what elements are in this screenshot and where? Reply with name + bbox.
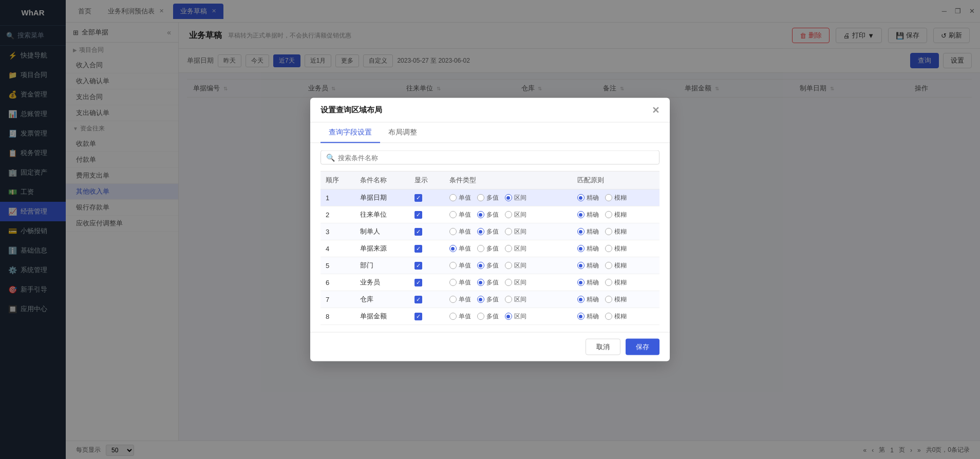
modal-table-scroll[interactable]: 顺序 条件名称 显示 条件类型 匹配原则 1单据日期 单值 多值 xyxy=(321,171,659,325)
th-condition-name: 条件名称 xyxy=(355,171,409,189)
row-index: 7 xyxy=(321,291,355,308)
radio-multi[interactable]: 多值 xyxy=(477,193,499,202)
radio-single[interactable]: 单值 xyxy=(449,193,471,202)
radio-precise-label: 精确 xyxy=(587,295,599,303)
row-checkbox[interactable] xyxy=(414,279,422,286)
radio-range[interactable]: 区间 xyxy=(505,210,526,219)
radio-single[interactable]: 单值 xyxy=(449,244,471,253)
modal-close-button[interactable]: ✕ xyxy=(652,105,659,114)
radio-fuzzy[interactable]: 模糊 xyxy=(605,210,627,219)
radio-precise-circle xyxy=(577,296,585,303)
match-radio-group: 精确 模糊 xyxy=(577,261,654,270)
radio-single[interactable]: 单值 xyxy=(449,261,471,270)
radio-multi-circle xyxy=(477,245,484,252)
radio-multi-label: 多值 xyxy=(486,278,499,286)
radio-range-circle xyxy=(505,279,512,286)
radio-multi-label: 多值 xyxy=(486,295,499,303)
radio-fuzzy-label: 模糊 xyxy=(614,210,627,219)
modal-header: 设置查询区域布局 ✕ xyxy=(310,98,670,123)
radio-precise[interactable]: 精确 xyxy=(577,261,599,270)
type-radio-group: 单值 多值 区间 xyxy=(449,295,567,303)
row-checkbox[interactable] xyxy=(414,211,422,219)
modal-table-row: 4单据来源 单值 多值 区间 精确 xyxy=(321,240,659,257)
radio-fuzzy[interactable]: 模糊 xyxy=(605,193,627,202)
radio-precise[interactable]: 精确 xyxy=(577,244,599,253)
radio-multi[interactable]: 多值 xyxy=(477,210,499,219)
radio-multi-circle xyxy=(477,262,484,269)
radio-precise[interactable]: 精确 xyxy=(577,227,599,236)
radio-single-label: 单值 xyxy=(459,193,471,202)
radio-fuzzy[interactable]: 模糊 xyxy=(605,295,627,303)
radio-range[interactable]: 区间 xyxy=(505,227,526,236)
radio-fuzzy-circle xyxy=(605,279,612,286)
radio-precise-circle xyxy=(577,211,585,218)
radio-range[interactable]: 区间 xyxy=(505,261,526,270)
radio-multi-label: 多值 xyxy=(486,210,499,219)
row-condition-name: 单据来源 xyxy=(355,240,409,257)
row-checkbox[interactable] xyxy=(414,228,422,236)
cancel-button[interactable]: 取消 xyxy=(586,339,620,355)
row-checkbox-cell xyxy=(409,240,444,257)
radio-multi[interactable]: 多值 xyxy=(477,312,499,320)
radio-range[interactable]: 区间 xyxy=(505,278,526,286)
radio-single[interactable]: 单值 xyxy=(449,295,471,303)
radio-fuzzy-circle xyxy=(605,313,612,320)
radio-fuzzy[interactable]: 模糊 xyxy=(605,227,627,236)
radio-multi[interactable]: 多值 xyxy=(477,227,499,236)
radio-range[interactable]: 区间 xyxy=(505,193,526,202)
row-checkbox[interactable] xyxy=(414,296,422,303)
radio-multi[interactable]: 多值 xyxy=(477,261,499,270)
row-checkbox[interactable] xyxy=(414,313,422,320)
row-index: 2 xyxy=(321,206,355,223)
radio-precise[interactable]: 精确 xyxy=(577,193,599,202)
modal-tab-layout[interactable]: 布局调整 xyxy=(380,123,425,143)
row-condition-name: 单据日期 xyxy=(355,189,409,206)
radio-fuzzy[interactable]: 模糊 xyxy=(605,261,627,270)
radio-single[interactable]: 单值 xyxy=(449,227,471,236)
radio-single[interactable]: 单值 xyxy=(449,312,471,320)
match-radio-group: 精确 模糊 xyxy=(577,312,654,320)
radio-precise-label: 精确 xyxy=(587,312,599,320)
radio-range-circle xyxy=(505,296,512,303)
radio-range[interactable]: 区间 xyxy=(505,295,526,303)
row-checkbox-cell xyxy=(409,223,444,240)
radio-fuzzy[interactable]: 模糊 xyxy=(605,244,627,253)
row-checkbox[interactable] xyxy=(414,245,422,253)
radio-range-circle xyxy=(505,228,512,235)
radio-multi[interactable]: 多值 xyxy=(477,278,499,286)
row-condition-name: 往来单位 xyxy=(355,206,409,223)
modal-search-input[interactable] xyxy=(338,154,654,161)
row-index: 8 xyxy=(321,308,355,324)
radio-precise[interactable]: 精确 xyxy=(577,295,599,303)
radio-multi[interactable]: 多值 xyxy=(477,295,499,303)
modal-save-button[interactable]: 保存 xyxy=(626,339,659,355)
radio-single-label: 单值 xyxy=(459,278,471,286)
radio-precise[interactable]: 精确 xyxy=(577,312,599,320)
radio-single-circle xyxy=(449,313,457,320)
radio-range-label: 区间 xyxy=(514,278,526,286)
th-condition-type: 条件类型 xyxy=(444,171,572,189)
modal-search-icon: 🔍 xyxy=(326,154,335,162)
modal-tab-query-fields[interactable]: 查询字段设置 xyxy=(321,123,380,143)
row-condition-name: 制单人 xyxy=(355,223,409,240)
radio-precise[interactable]: 精确 xyxy=(577,210,599,219)
radio-fuzzy[interactable]: 模糊 xyxy=(605,278,627,286)
radio-range-label: 区间 xyxy=(514,261,526,270)
row-index: 3 xyxy=(321,223,355,240)
radio-range[interactable]: 区间 xyxy=(505,312,526,320)
radio-fuzzy-label: 模糊 xyxy=(614,244,627,253)
radio-single[interactable]: 单值 xyxy=(449,210,471,219)
match-radio-group: 精确 模糊 xyxy=(577,227,654,236)
radio-range[interactable]: 区间 xyxy=(505,244,526,253)
row-checkbox[interactable] xyxy=(414,194,422,202)
modal-table-row: 1单据日期 单值 多值 区间 精确 xyxy=(321,189,659,206)
radio-precise[interactable]: 精确 xyxy=(577,278,599,286)
radio-multi[interactable]: 多值 xyxy=(477,244,499,253)
radio-single[interactable]: 单值 xyxy=(449,278,471,286)
row-checkbox[interactable] xyxy=(414,262,422,270)
row-checkbox-cell xyxy=(409,257,444,274)
radio-fuzzy-label: 模糊 xyxy=(614,261,627,270)
radio-fuzzy[interactable]: 模糊 xyxy=(605,312,627,320)
row-match-cell: 精确 模糊 xyxy=(572,206,659,223)
radio-fuzzy-label: 模糊 xyxy=(614,227,627,236)
